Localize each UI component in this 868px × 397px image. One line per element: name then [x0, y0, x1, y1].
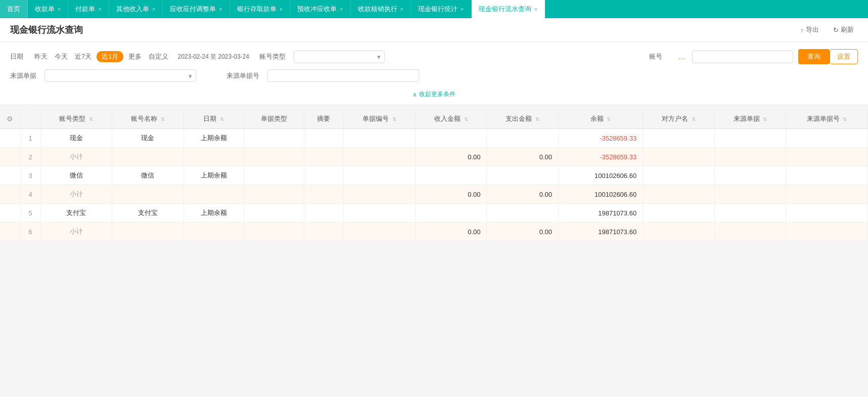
sort-expense-icon: ⇅	[535, 116, 539, 122]
row-source-doc-no	[786, 223, 868, 241]
nav-other-income[interactable]: 其他收入单 ×	[109, 0, 163, 18]
row-account-name	[112, 185, 184, 204]
row-index: 5	[20, 204, 40, 223]
th-balance[interactable]: 余额 ⇅	[559, 109, 643, 129]
date-opt-1month[interactable]: 近1月	[97, 51, 123, 62]
top-nav: 首页 收款单 × 付款单 × 其他收入单 × 应收应付调整单 × 银行存取款单 …	[0, 0, 868, 18]
collapse-bar[interactable]: ∧ 收起更多条件	[10, 87, 858, 100]
refresh-button[interactable]: ↻ 刷新	[829, 23, 858, 36]
source-doc-no-label: 来源单据号	[226, 71, 259, 80]
row-income	[415, 129, 487, 148]
date-opt-custom[interactable]: 自定义	[147, 51, 170, 62]
export-icon: ↑	[801, 26, 804, 34]
row-income: 0.00	[415, 223, 487, 241]
date-opt-yesterday[interactable]: 昨天	[32, 51, 50, 62]
row-doc-no	[344, 204, 416, 223]
nav-home[interactable]: 首页	[0, 0, 28, 18]
filter-area: 日期 昨天 今天 近7天 近1月 更多 自定义 2023-02-24 至 202…	[0, 42, 868, 105]
close-cash-bank-flow-icon[interactable]: ×	[534, 6, 537, 12]
close-payable-adjust-icon[interactable]: ×	[219, 6, 222, 12]
row-doc-type	[244, 223, 304, 241]
th-counterparty[interactable]: 对方户名 ⇅	[643, 109, 715, 129]
account-type-select[interactable]	[294, 51, 385, 63]
table-row: 5支付宝支付宝上期余额19871073.60	[0, 204, 868, 223]
settings-button[interactable]: 设置	[830, 49, 858, 64]
row-account-name: 现金	[112, 129, 184, 148]
date-opt-more[interactable]: 更多	[126, 51, 144, 62]
row-summary	[304, 148, 344, 166]
page-title: 现金银行流水查询	[10, 24, 83, 36]
nav-payments[interactable]: 付款单 ×	[68, 0, 109, 18]
th-expense[interactable]: 支出金额 ⇅	[487, 109, 559, 129]
sort-income-icon: ⇅	[464, 116, 468, 122]
th-source-doc-no[interactable]: 来源单据号 ⇅	[786, 109, 868, 129]
source-doc-no-group: 来源单据号	[226, 69, 419, 82]
filter-row-source: 来源单据 来源单据号	[10, 69, 858, 82]
row-source-doc-no	[786, 204, 868, 223]
row-account-type: 小计	[40, 148, 112, 166]
th-income[interactable]: 收入金额 ⇅	[415, 109, 487, 129]
source-doc-select[interactable]	[44, 69, 196, 82]
nav-cash-bank-flow[interactable]: 现金银行流水查询 ×	[472, 0, 545, 18]
row-expense: 0.00	[487, 185, 559, 204]
th-doc-type: 单据类型	[244, 109, 304, 129]
row-source-doc-no	[786, 185, 868, 204]
row-account-name: 微信	[112, 166, 184, 185]
date-opt-today[interactable]: 今天	[53, 51, 70, 62]
row-date	[184, 223, 244, 241]
row-summary	[304, 166, 344, 185]
row-expense	[487, 204, 559, 223]
source-doc-no-input[interactable]	[267, 69, 419, 82]
th-doc-no[interactable]: 单据编号 ⇅	[344, 109, 416, 129]
row-counterparty	[643, 166, 715, 185]
close-payments-icon[interactable]: ×	[98, 6, 101, 12]
row-date: 上期余额	[184, 129, 244, 148]
nav-home-label: 首页	[7, 5, 20, 14]
row-source-doc	[714, 185, 786, 204]
nav-collect-verify-label: 收款核销执行	[358, 5, 397, 14]
nav-bank-deposit[interactable]: 银行存取款单 ×	[230, 0, 290, 18]
collapse-label: 收起更多条件	[419, 90, 455, 99]
close-other-income-icon[interactable]: ×	[152, 6, 155, 12]
nav-collect-verify[interactable]: 收款核销执行 ×	[351, 0, 411, 18]
row-balance: 19871073.60	[559, 223, 643, 241]
nav-payable-adjust[interactable]: 应收应付调整单 ×	[163, 0, 230, 18]
gear-icon[interactable]: ⚙	[7, 115, 13, 123]
th-date[interactable]: 日期 ⇅	[184, 109, 244, 129]
nav-cash-bank-stats[interactable]: 现金银行统计 ×	[411, 0, 471, 18]
query-button[interactable]: 查询	[798, 49, 830, 64]
close-receipts-icon[interactable]: ×	[58, 6, 61, 12]
row-doc-no	[344, 129, 416, 148]
row-balance: 19871073.60	[559, 204, 643, 223]
row-expense	[487, 129, 559, 148]
account-input[interactable]	[692, 51, 793, 63]
row-gear-cell	[0, 204, 20, 223]
nav-receipts[interactable]: 收款单 ×	[28, 0, 68, 18]
th-account-name[interactable]: 账号名称 ⇅	[112, 109, 184, 129]
row-doc-type	[244, 166, 304, 185]
row-date: 上期余额	[184, 166, 244, 185]
account-dots-button[interactable]: ...	[675, 52, 688, 61]
row-source-doc-no	[786, 148, 868, 166]
nav-pre-collect[interactable]: 预收冲应收单 ×	[290, 0, 350, 18]
nav-cash-bank-flow-label: 现金银行流水查询	[479, 5, 531, 14]
close-collect-verify-icon[interactable]: ×	[400, 6, 403, 12]
header-actions: ↑ 导出 ↻ 刷新	[797, 23, 858, 36]
close-pre-collect-icon[interactable]: ×	[340, 6, 343, 12]
date-opt-7days[interactable]: 近7天	[73, 51, 94, 62]
row-account-name: 支付宝	[112, 204, 184, 223]
th-account-type[interactable]: 账号类型 ⇅	[40, 109, 112, 129]
filter-row-date: 日期 昨天 今天 近7天 近1月 更多 自定义 2023-02-24 至 202…	[10, 49, 858, 64]
row-index: 6	[20, 223, 40, 241]
export-button[interactable]: ↑ 导出	[797, 23, 824, 36]
close-cash-bank-stats-icon[interactable]: ×	[461, 6, 464, 12]
row-summary	[304, 204, 344, 223]
row-expense: 0.00	[487, 148, 559, 166]
row-counterparty	[643, 223, 715, 241]
th-source-doc[interactable]: 来源单据 ⇅	[714, 109, 786, 129]
table-area: ⚙ 账号类型 ⇅ 账号名称 ⇅ 日期 ⇅ 单据类型	[0, 109, 868, 241]
th-index	[20, 109, 40, 129]
source-doc-label: 来源单据	[10, 71, 36, 80]
row-income	[415, 166, 487, 185]
close-bank-deposit-icon[interactable]: ×	[280, 6, 283, 12]
